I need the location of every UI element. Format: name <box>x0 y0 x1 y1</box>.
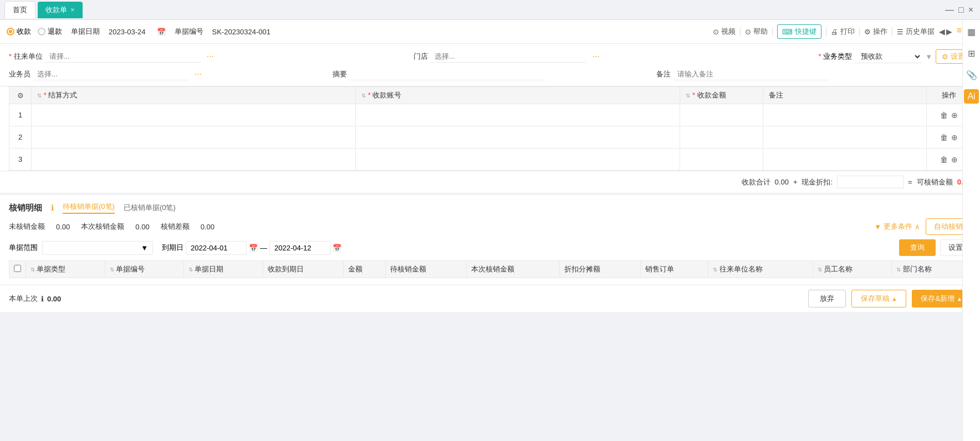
store-input[interactable] <box>431 50 586 63</box>
unverified-label: 未核销金额 <box>9 222 45 232</box>
business-type-dropdown-icon[interactable]: ▼ <box>925 53 932 61</box>
th-discount: 折扣分摊额 <box>560 261 640 278</box>
range-select[interactable]: ▼ <box>42 241 153 255</box>
salesperson-label: 业务员 <box>9 69 30 79</box>
pending-tab[interactable]: 待核销单据(0笔) <box>63 202 115 214</box>
right-sidebar: ▦ ⊞ 📎 Ai <box>962 20 980 441</box>
counterpart-label: * 往来单位 <box>9 52 43 61</box>
help-btn[interactable]: ⊙ 帮助 <box>745 27 768 37</box>
list-view-icon[interactable]: ≡ <box>957 25 962 38</box>
shortcut-button[interactable]: ⌨ 快捷键 <box>777 24 821 39</box>
footer: 本单上次 ℹ 0.00 放弃 保存草稿 ▲ 保存&新增 ▲ <box>0 285 980 312</box>
store-more-icon[interactable]: ··· <box>592 52 599 61</box>
query-button[interactable]: 查询 <box>899 239 936 256</box>
total-value: 0.00 <box>775 178 789 186</box>
save-new-arrow-icon: ▲ <box>957 296 962 302</box>
row-amount[interactable] <box>680 126 763 148</box>
range-dropdown-icon: ▼ <box>141 244 148 252</box>
store-field: 门店 ··· <box>414 50 809 63</box>
calendar-icon[interactable]: 📅 <box>157 28 166 36</box>
row-amount[interactable] <box>680 104 763 126</box>
history-btn[interactable]: ☰ 历史单据 <box>897 27 935 37</box>
more-filter-btn[interactable]: ▼ 更多条件 ∧ <box>874 222 920 232</box>
tab-receipt[interactable]: 收款单 × <box>38 2 83 18</box>
verified-tab[interactable]: 已核销单据(0笔) <box>124 203 176 213</box>
tab-close-icon[interactable]: × <box>70 6 75 14</box>
next-arrow[interactable]: ▶ <box>946 27 952 36</box>
th-due-date: 收款到期日 <box>263 261 343 278</box>
form-row-2: 业务员 ··· 摘要 备注 <box>9 68 971 80</box>
verification-header: 核销明细 ℹ 待核销单据(0笔) 已核销单据(0笔) <box>9 202 971 214</box>
memo-label: 摘要 <box>333 69 347 79</box>
table-gear-icon[interactable]: ⚙ <box>17 91 24 100</box>
bottom-table: ⇅ 单据类型 ⇅ 单据编号 ⇅ 单据日期 收款到期日 金 <box>9 260 971 278</box>
row-remark[interactable] <box>763 148 927 171</box>
delete-row-icon[interactable]: 🗑 <box>940 155 948 164</box>
memo-input[interactable] <box>350 68 544 80</box>
footer-info: 本单上次 ℹ 0.00 <box>9 294 61 304</box>
doc-number-label: 单据编号 <box>175 27 203 37</box>
video-icon: ⊙ <box>713 28 719 36</box>
row-account[interactable] <box>356 148 680 171</box>
form-section: * 往来单位 ··· 门店 ··· * 业务类型 <box>0 44 980 86</box>
counterpart-field: * 往来单位 ··· <box>9 50 405 63</box>
salesperson-more-icon[interactable]: ··· <box>195 69 202 79</box>
row-amount[interactable] <box>680 148 763 171</box>
history-icon: ☰ <box>897 28 904 36</box>
prev-arrow[interactable]: ◀ <box>939 27 945 36</box>
delete-row-icon[interactable]: 🗑 <box>940 111 948 120</box>
select-all-checkbox[interactable] <box>14 265 21 272</box>
salesperson-input[interactable] <box>34 68 189 80</box>
table-row: 2 🗑 ⊕ <box>9 126 971 148</box>
abandon-button[interactable]: 放弃 <box>808 290 846 307</box>
row-settlement[interactable] <box>32 148 356 171</box>
th-doc-type: ⇅ 单据类型 <box>26 261 105 278</box>
counterpart-input[interactable] <box>46 50 201 63</box>
tab-home[interactable]: 首页 <box>4 1 35 18</box>
copy-row-icon[interactable]: ⊕ <box>951 111 958 120</box>
row-settlement[interactable] <box>32 126 356 148</box>
row-settlement[interactable] <box>32 104 356 126</box>
row-num: 2 <box>9 126 32 148</box>
sidebar-attachment-icon[interactable]: 📎 <box>964 68 979 83</box>
save-draft-button[interactable]: 保存草稿 ▲ <box>851 290 907 307</box>
radio-refund[interactable]: 退款 <box>38 27 62 37</box>
th-doc-date: ⇅ 单据日期 <box>184 261 263 278</box>
calendar-start-icon[interactable]: 📅 <box>249 244 258 252</box>
table-row: 3 🗑 ⊕ <box>9 148 971 171</box>
due-date-start-input[interactable] <box>186 241 247 255</box>
copy-row-icon[interactable]: ⊕ <box>951 155 958 164</box>
sidebar-table-icon[interactable]: ▦ <box>965 24 978 39</box>
receipt-refund-radio: 收款 退款 <box>7 27 62 37</box>
print-btn[interactable]: 🖨 打印 <box>831 27 855 37</box>
operations-btn[interactable]: ⚙ 操作 <box>864 27 887 37</box>
delete-row-icon[interactable]: 🗑 <box>940 133 948 142</box>
counterpart-more-icon[interactable]: ··· <box>207 52 214 61</box>
row-remark[interactable] <box>763 104 927 126</box>
copy-row-icon[interactable]: ⊕ <box>951 133 958 142</box>
total-label: 收款合计 <box>742 177 770 187</box>
minimize-button[interactable]: — <box>945 5 954 15</box>
maximize-button[interactable]: □ <box>958 5 964 15</box>
sidebar-panel-icon[interactable]: Ai <box>964 89 978 104</box>
radio-refund-dot <box>38 28 45 35</box>
verification-section: 核销明细 ℹ 待核销单据(0笔) 已核销单据(0笔) 未核销金额 0.00 本次… <box>0 193 980 285</box>
calendar-end-icon[interactable]: 📅 <box>333 244 341 252</box>
due-date-end-input[interactable] <box>269 241 330 255</box>
row-account[interactable] <box>356 104 680 126</box>
info-icon[interactable]: ℹ <box>51 203 54 212</box>
row-account[interactable] <box>356 126 680 148</box>
sidebar-grid-icon[interactable]: ⊞ <box>966 46 977 61</box>
radio-receipt[interactable]: 收款 <box>7 27 31 37</box>
close-button[interactable]: × <box>968 5 973 15</box>
row-remark[interactable] <box>763 126 927 148</box>
toolbar: 收款 退款 单据日期 2023-03-24 📅 单据编号 SK-20230324… <box>0 20 980 44</box>
th-employee-name: ⇅ 员工名称 <box>813 261 892 278</box>
radio-refund-label: 退款 <box>48 27 62 37</box>
data-table: ⚙ ⇅ * 结算方式 ⇅ * 收款账号 ⇅ <box>9 86 971 171</box>
discount-input[interactable] <box>837 176 904 188</box>
th-index: ⚙ <box>9 87 32 104</box>
video-btn[interactable]: ⊙ 视频 <box>713 27 736 37</box>
business-type-select[interactable]: 预收款 应收账款 <box>855 50 922 63</box>
remark-input[interactable] <box>674 68 829 80</box>
